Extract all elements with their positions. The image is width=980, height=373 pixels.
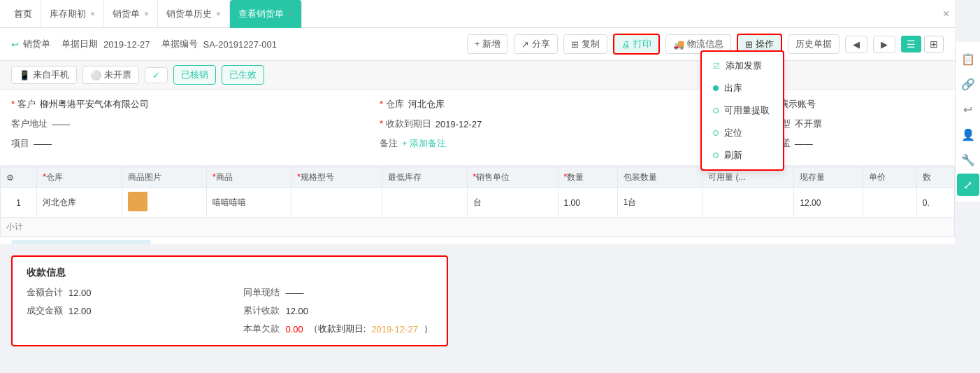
view-list-button[interactable]: ☰ [901, 36, 921, 52]
copy-icon: ⊞ [571, 39, 579, 50]
address-field: 客户地址 —— [11, 118, 207, 130]
customer-field: 客户 柳州粤港平安气体有限公司 [11, 98, 207, 111]
sidebar-icon-expand[interactable]: ⤢ [957, 174, 979, 196]
operation-icon: ⊞ [745, 39, 753, 50]
col-gear[interactable]: ⚙ [1, 167, 37, 188]
tab-close-view[interactable]: × [288, 9, 293, 19]
summary-grid: 金额合计 12.00 同单现结 —— 成交金额 12.00 累计收款 12.00 [27, 286, 433, 335]
row-available [702, 188, 794, 218]
already-effective-button[interactable]: 已生效 [222, 65, 264, 85]
sidebar-icon-link[interactable]: 🔗 [957, 73, 979, 95]
print-icon: 🖨 [621, 39, 630, 50]
row-amount: 0. [916, 188, 954, 218]
doc-number: 单据编号 SA-20191227-001 [161, 38, 278, 50]
warehouse-field: 仓库 河北仓库 [380, 98, 575, 111]
doc-type-icon: ↩ [11, 39, 19, 50]
amount-total-row: 金额合计 12.00 [27, 286, 215, 299]
row-quantity: 1.00 [558, 188, 617, 218]
dropdown-refresh[interactable]: 刷新 [702, 144, 783, 167]
cumulative-label: 累计收款 [243, 304, 280, 317]
row-image [122, 188, 206, 218]
dropdown-add-invoice[interactable]: ☑ 添加发票 [702, 55, 783, 77]
same-order-value: —— [285, 288, 303, 298]
sidebar-icon-user[interactable]: 👤 [957, 123, 979, 146]
payment-date-value: 2019-12-27 [435, 119, 482, 129]
history-button[interactable]: 历史单据 [788, 34, 840, 54]
data-table: ⚙ *仓库 商品图片 *商品 *规格型号 最低库存 *销售单位 *数量 包装数量… [0, 167, 955, 237]
dot-outline-icon-2 [713, 130, 719, 136]
share-button[interactable]: ↗ 分享 [514, 34, 558, 54]
subtotal-row: 小计 [1, 218, 955, 237]
due-note-end: ） [424, 323, 433, 335]
form-row-3: 项目 —— 备注 + 添加备注 业务员孟 —— [11, 137, 944, 150]
col-unit-price: 单价 [863, 167, 917, 188]
transaction-label: 成交金额 [27, 304, 63, 317]
copy-button[interactable]: ⊞ 复制 [563, 34, 607, 54]
amount-total-label: 金额合计 [27, 286, 63, 299]
dot-teal-icon [713, 85, 719, 91]
sidebar-icon-back[interactable]: ↩ [957, 98, 979, 120]
tab-sales-order[interactable]: 销货单 × [104, 0, 158, 28]
subtotal-label: 小计 [1, 218, 955, 237]
sidebar-icon-settings[interactable]: 🔧 [957, 148, 979, 171]
due-date: 2019-12-27 [371, 324, 418, 335]
sidebar-icon-doc[interactable]: 📋 [957, 48, 979, 70]
ticket-type-value: 不开票 [795, 118, 822, 130]
tab-close-history[interactable]: × [216, 9, 221, 19]
dropdown-locate[interactable]: 定位 [702, 122, 783, 144]
tab-home[interactable]: 首页 [6, 0, 41, 28]
view-grid-button[interactable]: ⊞ [924, 36, 944, 52]
row-num: 1 [1, 188, 37, 218]
tab-close-inventory[interactable]: × [90, 9, 95, 19]
confirm-button[interactable]: ✓ [145, 67, 168, 83]
remark-label: 备注 [380, 137, 398, 150]
customer-value: 柳州粤港平安气体有限公司 [40, 98, 149, 111]
scroll-hint[interactable] [11, 240, 151, 244]
warehouse-label: 仓库 [380, 98, 404, 111]
cumulative-row: 累计收款 12.00 [243, 304, 432, 317]
tab-view-sales[interactable]: 查看销货单 × [230, 0, 302, 28]
dropdown-out-warehouse[interactable]: 出库 [702, 77, 783, 99]
confirm-icon: ✓ [152, 70, 160, 80]
row-product: 嘻嘻嘻嘻 [206, 188, 291, 218]
due-row: 本单欠款 0.00 （收款到期日: 2019-12-27 ） [243, 323, 432, 335]
toolbar: 📱 来自手机 ⚪ 未开票 ✓ 已核销 已生效 [0, 61, 955, 90]
project-field: 项目 —— [11, 137, 207, 150]
dropdown-available-extract[interactable]: 可用量提取 [702, 99, 783, 122]
right-sidebar: 📋 🔗 ↩ 👤 🔧 ⤢ [955, 42, 980, 202]
next-button[interactable]: ▶ [873, 36, 895, 53]
dot-outline-icon-1 [713, 108, 719, 113]
from-phone-button[interactable]: 📱 来自手机 [11, 66, 77, 84]
dot-outline-icon-3 [713, 153, 719, 158]
remark-add-button[interactable]: + 添加备注 [402, 137, 446, 150]
already-cancelled-button[interactable]: 已核销 [173, 65, 216, 85]
not-open-ticket-button[interactable]: ⚪ 未开票 [82, 66, 139, 84]
prev-button[interactable]: ◀ [845, 36, 867, 53]
address-label: 客户地址 [11, 118, 48, 130]
tab-bar: 首页 库存期初 × 销货单 × 销货单历史 × 查看销货单 × × [0, 0, 955, 28]
logistics-icon: 🚚 [673, 39, 684, 50]
same-order-label: 同单现结 [243, 286, 280, 299]
col-image: 商品图片 [122, 167, 206, 188]
col-amount: 数 [916, 167, 954, 188]
col-spec: *规格型号 [291, 167, 382, 188]
table-row: 1 河北仓库 嘻嘻嘻嘻 台 1.00 1台 12.00 0. [1, 188, 955, 218]
remark-field: 备注 + 添加备注 [380, 137, 575, 150]
payment-date-field: 收款到期日 2019-12-27 [380, 118, 575, 130]
table-area: ⚙ *仓库 商品图片 *商品 *规格型号 最低库存 *销售单位 *数量 包装数量… [0, 167, 955, 244]
payment-date-label: 收款到期日 [380, 118, 431, 130]
phone-icon: 📱 [19, 70, 30, 80]
summary-section: 收款信息 金额合计 12.00 同单现结 —— 成交金额 12.00 累计收款 … [0, 247, 955, 355]
due-value: 0.00 [285, 324, 303, 335]
print-button[interactable]: 🖨 打印 [613, 34, 660, 55]
tab-inventory-init[interactable]: 库存期初 × [41, 0, 104, 28]
row-spec [291, 188, 382, 218]
tab-sales-history[interactable]: 销货单历史 × [158, 0, 230, 28]
col-min-stock: 最低库存 [382, 167, 467, 188]
doc-header: ↩ 销货单 单据日期 2019-12-27 单据编号 SA-20191227-0… [0, 28, 955, 61]
doc-date: 单据日期 2019-12-27 [62, 38, 150, 50]
window-close-icon[interactable]: × [943, 8, 949, 20]
tab-close-sales[interactable]: × [144, 9, 149, 19]
product-image [128, 192, 147, 211]
new-button[interactable]: + 新增 [467, 34, 508, 54]
